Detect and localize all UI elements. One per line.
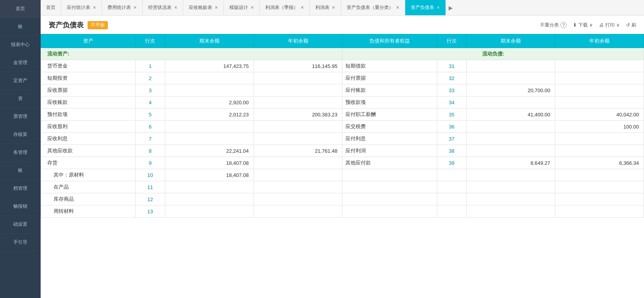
sidebar-item-guide[interactable]: 手引导 xyxy=(0,234,41,252)
sidebar-item-fixed-assets[interactable]: 定资产 xyxy=(0,72,41,90)
tab-balance-close[interactable]: ✕ xyxy=(436,5,440,10)
left-line-cell: 7 xyxy=(136,133,165,145)
table-row: 其他应收款822,241.0421,761.48应付利润38 xyxy=(41,145,644,157)
table-row: 库存商品12 xyxy=(41,193,644,205)
tab-profit-close[interactable]: ✕ xyxy=(332,5,335,10)
sidebar-item-ticket-mgmt[interactable]: 票管理 xyxy=(0,108,41,126)
right-line-cell: 33 xyxy=(437,84,467,96)
tab-receivable-aging[interactable]: 应收账龄表 ✕ xyxy=(183,0,224,16)
page-title: 资产负债表 xyxy=(48,20,84,30)
left-name-cell: 应收账款 xyxy=(41,96,136,109)
right-end-cell xyxy=(467,96,555,109)
tab-balance[interactable]: 资产负债表 ✕ xyxy=(405,0,446,16)
sidebar-item-expense[interactable]: 畅报销 xyxy=(0,198,41,216)
header-end-left: 期末余额 xyxy=(165,34,254,48)
left-end-cell xyxy=(165,72,254,84)
right-end-cell xyxy=(467,133,555,145)
sidebar-item-tax-mgmt[interactable]: 务管理 xyxy=(0,144,41,162)
sidebar-item-report-center[interactable]: 报表中心 xyxy=(0,36,41,54)
refresh-label: 刷 xyxy=(631,22,636,29)
tab-profit[interactable]: 利润表 ✕ xyxy=(310,0,341,16)
left-line-cell: 4 xyxy=(136,96,165,109)
left-start-cell xyxy=(254,169,342,181)
tab-scroll-right[interactable]: ▶ xyxy=(446,0,455,16)
left-name-cell: 其他应收款 xyxy=(41,145,136,157)
right-line-cell xyxy=(437,169,467,181)
tab-profit-quarterly-close[interactable]: ✕ xyxy=(301,5,304,10)
right-line-cell: 38 xyxy=(437,145,467,157)
refresh-btn[interactable]: ↺ 刷 xyxy=(626,22,636,29)
sidebar-item-inventory[interactable]: 存核算 xyxy=(0,126,41,144)
left-line-cell: 6 xyxy=(136,121,165,133)
right-name-cell: 其他应付款 xyxy=(342,157,437,169)
right-line-cell: 32 xyxy=(437,72,467,84)
tab-template-design-close[interactable]: ✕ xyxy=(250,5,254,10)
page-content: 资产负债表 不平衡 不重分类 ? ⬇ 下载 ∨ 🖨 打印 ∨ xyxy=(41,16,644,298)
right-start-cell xyxy=(555,145,644,157)
right-end-cell: 20,700.00 xyxy=(467,84,555,96)
tab-payable-stats-close[interactable]: ✕ xyxy=(93,5,96,10)
download-label: 下载 xyxy=(578,22,588,29)
download-btn[interactable]: ⬇ 下载 ∨ xyxy=(573,22,593,29)
tab-balance-reclassified[interactable]: 资产负债表（重分类） ✕ xyxy=(341,0,405,16)
sidebar-item-fund-mgmt[interactable]: 金管理 xyxy=(0,54,41,72)
sidebar-item-accounts[interactable]: 账 xyxy=(0,162,41,180)
header-line-left: 行次 xyxy=(136,34,165,48)
right-end-cell xyxy=(467,121,555,133)
help-icon[interactable]: ? xyxy=(560,22,567,28)
tab-receivable-aging-close[interactable]: ✕ xyxy=(215,5,218,10)
main-area: 首页 应付统计表 ✕ 费用统计表 ✕ 经营状况表 ✕ 应收账龄表 ✕ 模版设计 … xyxy=(41,0,644,298)
right-name-cell: 应交税费 xyxy=(342,121,437,133)
left-line-cell: 9 xyxy=(136,157,165,169)
tab-operation-label: 经营状况表 xyxy=(148,4,172,11)
tab-balance-reclassified-close[interactable]: ✕ xyxy=(396,5,399,10)
right-name-cell xyxy=(342,169,437,181)
left-start-cell xyxy=(254,205,342,218)
sidebar-item-archive[interactable]: 档管理 xyxy=(0,180,41,198)
left-end-cell: 2,012.23 xyxy=(165,109,254,121)
left-line-cell: 5 xyxy=(136,109,165,121)
left-end-cell xyxy=(165,181,254,193)
tab-payable-stats[interactable]: 应付统计表 ✕ xyxy=(61,0,102,16)
left-name-cell: 存货 xyxy=(41,157,136,169)
tab-template-design-label: 模版设计 xyxy=(229,4,248,11)
left-end-cell: 147,423.75 xyxy=(165,60,254,72)
right-line-cell: 35 xyxy=(437,109,467,121)
tab-receivable-aging-label: 应收账龄表 xyxy=(189,4,212,11)
table-section-row: 流动资产:流动负债: xyxy=(41,48,644,60)
right-end-cell xyxy=(467,72,555,84)
right-start-cell xyxy=(555,84,644,96)
print-chevron-icon: ∨ xyxy=(616,22,620,28)
left-end-cell xyxy=(165,84,254,96)
left-start-cell xyxy=(254,96,342,109)
header-liability: 负债和所有者权益 xyxy=(342,34,437,48)
tab-operation[interactable]: 经营状况表 ✕ xyxy=(143,0,183,16)
right-end-cell xyxy=(467,193,555,205)
right-line-cell xyxy=(437,193,467,205)
right-name-cell: 预收款项 xyxy=(342,96,437,109)
sidebar-item-ledger[interactable]: 账 xyxy=(0,18,41,36)
tab-profit-quarterly[interactable]: 利润表（季报） ✕ xyxy=(260,0,310,16)
header-asset: 资产 xyxy=(41,34,136,48)
sidebar-item-investment[interactable]: 资 xyxy=(0,90,41,108)
left-end-cell: 2,920.00 xyxy=(165,96,254,109)
table-row: 货币资金1147,423.75116,145.95短期借款31 xyxy=(41,60,644,72)
left-start-cell: 21,761.48 xyxy=(254,145,342,157)
tab-expense-stats-close[interactable]: ✕ xyxy=(133,5,137,10)
right-start-cell xyxy=(555,133,644,145)
left-end-cell: 18,407.08 xyxy=(165,169,254,181)
no-reclassify-btn[interactable]: 不重分类 ? xyxy=(540,22,567,29)
left-start-cell xyxy=(254,157,342,169)
sidebar-item-home[interactable]: 首页 xyxy=(0,0,41,18)
tab-template-design[interactable]: 模版设计 ✕ xyxy=(224,0,260,16)
print-btn[interactable]: 🖨 打印 ∨ xyxy=(599,22,620,29)
left-start-cell xyxy=(254,84,342,96)
right-name-cell xyxy=(342,181,437,193)
tab-home[interactable]: 首页 xyxy=(41,0,61,16)
table-row: 预付款项52,012.23200,383.23应付职工薪酬3541,400.00… xyxy=(41,109,644,121)
tab-expense-stats[interactable]: 费用统计表 ✕ xyxy=(102,0,143,16)
right-name-cell: 应付账款 xyxy=(342,84,437,96)
header-actions: 不重分类 ? ⬇ 下载 ∨ 🖨 打印 ∨ ↺ 刷 xyxy=(540,22,636,29)
tab-operation-close[interactable]: ✕ xyxy=(174,5,177,10)
sidebar-item-settings[interactable]: 础设置 xyxy=(0,216,41,234)
